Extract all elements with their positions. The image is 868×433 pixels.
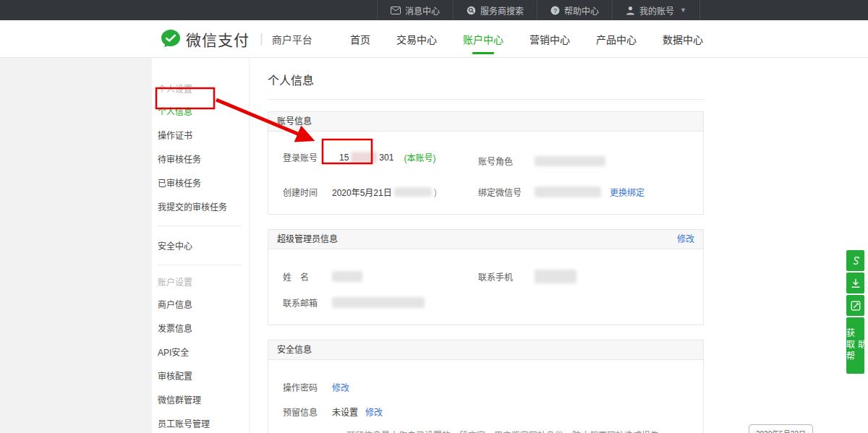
sidebar-item-wechat-group[interactable]: 微信群管理 [158, 387, 249, 411]
edit-icon [851, 301, 861, 311]
card-title: 账号信息 [277, 112, 312, 131]
security-info-card: 安全信息 操作密码 修改 预留信息 未设置 修改 预留信息是由你自己设置的一段文… [268, 340, 704, 433]
login-account-label: 登录账号 [283, 151, 332, 163]
sidebar-item-operation-certificate[interactable]: 操作证书 [158, 123, 249, 147]
brand-name: 微信支付 [186, 28, 250, 50]
security-info-card-body: 操作密码 修改 预留信息 未设置 修改 预留信息是由你自己设置的一段文字，用来鉴… [268, 360, 703, 433]
reserved-info-description: 预留信息是由你自己设置的一段文字，用来鉴定网站身份，防止假冒网站造成损失。 配置… [346, 429, 686, 433]
card-title: 安全信息 [277, 340, 312, 359]
password-edit-link[interactable]: 修改 [332, 381, 349, 393]
reserved-info-value: 未设置 [332, 406, 358, 418]
topbar-item-help-center[interactable]: ? 帮助中心 [537, 0, 612, 20]
topbar-item-my-account[interactable]: 我的账号 ▼ [612, 0, 700, 20]
desc-line: 预留信息是由你自己设置的一段文字，用来鉴定网站身份，防止假冒网站造成损失。 [346, 429, 686, 433]
nav-item-marketing-center[interactable]: 营销中心 [528, 21, 571, 57]
super-admin-card-body: 姓 名 联系手机 联系邮箱 [268, 249, 703, 325]
sidebar-item-personal-info[interactable]: 个人信息 [158, 99, 249, 123]
topbar-item-label: 我的账号 [639, 4, 674, 17]
date-tooltip: 2020年5月22日 [749, 424, 813, 433]
search-icon [467, 6, 476, 15]
sidebar-divider [158, 265, 242, 265]
reserved-edit-link[interactable]: 修改 [365, 406, 383, 418]
main-content: 个人信息 账号信息 登录账号 15 301 (本账号) [250, 58, 868, 433]
redacted-admin-phone [535, 270, 576, 283]
change-binding-link[interactable]: 更换绑定 [610, 186, 644, 198]
account-role-label: 账号角色 [478, 155, 535, 167]
sidebar-item-my-submitted-tasks[interactable]: 我提交的审核任务 [158, 194, 249, 218]
sidebar-divider [158, 226, 242, 226]
card-title: 超级管理员信息 [277, 230, 338, 249]
download-icon [851, 278, 861, 288]
login-account-value: 15 301 [332, 146, 401, 168]
redacted-login-middle [351, 152, 377, 163]
nav-item-product-center[interactable]: 产品中心 [595, 21, 638, 57]
super-admin-card-header: 超级管理员信息 修改 [268, 230, 703, 249]
user-icon [626, 6, 635, 15]
admin-name-label: 姓 名 [283, 270, 332, 283]
admin-email-label: 联系邮箱 [283, 296, 332, 309]
topbar-item-label: 帮助中心 [564, 4, 599, 17]
reserved-info-label: 预留信息 [283, 406, 332, 418]
created-time-label: 创建时间 [283, 186, 332, 198]
brand: 微信支付 | 商户平台 [161, 28, 312, 50]
sidebar-item-invoice-info[interactable]: 发票信息 [158, 316, 249, 340]
chevron-down-icon: ▼ [680, 7, 686, 14]
contact-icon [851, 256, 861, 266]
redacted-admin-email [332, 297, 425, 308]
account-info-card: 账号信息 登录账号 15 301 (本账号) 账号角色 [268, 111, 704, 215]
super-admin-card: 超级管理员信息 修改 姓 名 联系手机 联系邮箱 [268, 229, 704, 325]
login-suffix: 301 [379, 153, 393, 163]
title-divider [268, 99, 705, 100]
redacted-account-role [535, 156, 605, 166]
mail-icon [391, 7, 401, 14]
header: 微信支付 | 商户平台 首页 交易中心 账户中心 营销中心 产品中心 数据中心 [0, 20, 868, 58]
svg-text:?: ? [553, 7, 557, 14]
sidebar-item-reviewed-tasks[interactable]: 已审核任务 [158, 171, 249, 194]
feedback-button[interactable] [846, 295, 864, 316]
created-time-suffix: ) [434, 187, 437, 197]
account-info-card-header: 账号信息 [268, 112, 703, 132]
login-prefix: 15 [339, 153, 349, 163]
sidebar-item-review-config[interactable]: 审核配置 [158, 364, 249, 387]
sidebar-item-staff-account[interactable]: 员工账号管理 [158, 411, 249, 433]
security-info-card-header: 安全信息 [268, 340, 703, 360]
admin-edit-link[interactable]: 修改 [677, 230, 694, 249]
floating-help-stack: 获取帮助 [846, 250, 864, 374]
sidebar: 个人设置 个人信息 操作证书 待审核任务 已审核任务 我提交的审核任务 安全中心… [152, 58, 250, 433]
sidebar-section-account-settings: 账户设置 [158, 275, 249, 288]
sidebar-item-merchant-info[interactable]: 商户信息 [158, 292, 249, 316]
brand-platform: 商户平台 [272, 32, 312, 46]
brand-separator: | [260, 31, 263, 46]
topbar: 消息中心 服务商搜索 ? 帮助中心 我的账号 ▼ [0, 0, 868, 20]
admin-phone-label: 联系手机 [478, 270, 535, 283]
sidebar-item-pending-review-tasks[interactable]: 待审核任务 [158, 147, 249, 171]
redacted-bound-wechat [535, 187, 601, 197]
page-title: 个人信息 [268, 71, 868, 88]
bound-wechat-label: 绑定微信号 [478, 186, 535, 198]
main-nav: 首页 交易中心 账户中心 营销中心 产品中心 数据中心 [349, 21, 705, 57]
operation-password-label: 操作密码 [283, 381, 332, 393]
wechat-pay-logo-icon [161, 29, 181, 49]
topbar-item-provider-search[interactable]: 服务商搜索 [453, 0, 537, 20]
redacted-admin-name [332, 271, 362, 282]
download-button[interactable] [846, 273, 864, 293]
help-icon: ? [550, 6, 560, 15]
nav-item-home[interactable]: 首页 [349, 21, 372, 57]
sidebar-item-security-center[interactable]: 安全中心 [158, 233, 249, 257]
nav-item-data-center[interactable]: 数据中心 [661, 21, 705, 57]
nav-item-transaction-center[interactable]: 交易中心 [395, 21, 438, 57]
created-time-value: 2020年5月21日 [332, 186, 392, 198]
contact-button[interactable] [846, 250, 864, 271]
current-account-note: (本账号) [404, 151, 435, 163]
page-body: 个人设置 个人信息 操作证书 待审核任务 已审核任务 我提交的审核任务 安全中心… [152, 58, 868, 433]
account-info-card-body: 登录账号 15 301 (本账号) 账号角色 [268, 132, 703, 214]
sidebar-section-personal-settings: 个人设置 [158, 82, 249, 95]
redacted-created-time [394, 187, 432, 197]
sidebar-item-api-security[interactable]: API安全 [158, 340, 249, 364]
topbar-item-label: 消息中心 [405, 4, 440, 17]
get-help-button[interactable]: 获取帮助 [846, 317, 864, 374]
topbar-item-messages[interactable]: 消息中心 [377, 0, 453, 20]
topbar-item-label: 服务商搜索 [480, 4, 524, 17]
nav-item-account-center[interactable]: 账户中心 [461, 21, 505, 57]
